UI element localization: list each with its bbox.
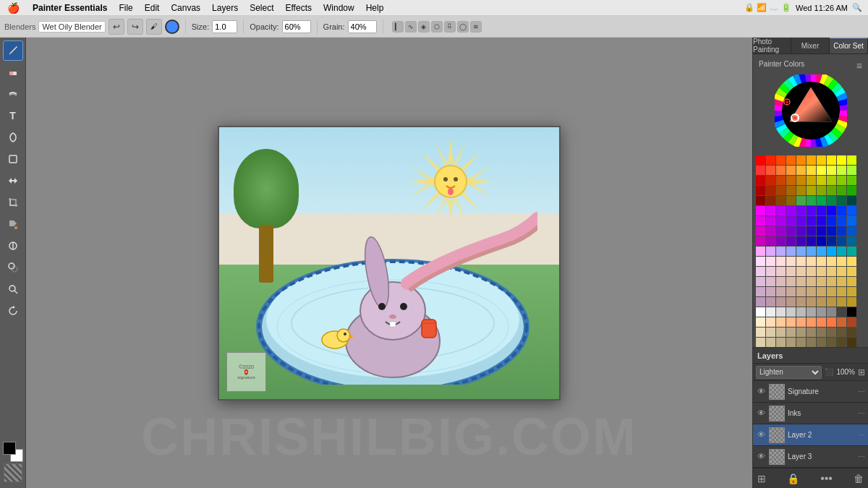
layer-visibility-inks[interactable]: 👁 xyxy=(756,408,766,419)
layer-options-icon[interactable]: ⊞ xyxy=(858,367,865,377)
swatch-12-0[interactable] xyxy=(756,277,765,286)
swatch-4-5[interactable] xyxy=(807,196,816,205)
swatch-14-5[interactable] xyxy=(807,297,816,307)
swatch-16-0[interactable] xyxy=(756,317,765,327)
swatch-16-1[interactable] xyxy=(766,317,775,327)
swatch-0-7[interactable] xyxy=(827,155,836,165)
swatch-12-3[interactable] xyxy=(786,277,796,286)
menu-effects[interactable]: Effects xyxy=(286,3,312,13)
swatch-18-7[interactable] xyxy=(827,338,836,347)
swatch-11-3[interactable] xyxy=(786,267,796,276)
crop-tool[interactable] xyxy=(3,192,23,213)
swatch-9-3[interactable] xyxy=(786,247,796,256)
layer-visibility-signature[interactable]: 👁 xyxy=(756,387,766,397)
swatch-17-3[interactable] xyxy=(786,328,796,337)
undo-button[interactable]: ↩ xyxy=(109,19,124,35)
menu-file[interactable]: File xyxy=(119,3,132,13)
swatch-9-5[interactable] xyxy=(807,247,816,256)
swatch-10-8[interactable] xyxy=(837,257,846,266)
swatch-4-7[interactable] xyxy=(827,196,836,205)
tab-mixer[interactable]: Mixer xyxy=(791,38,830,53)
swatch-0-1[interactable] xyxy=(766,155,775,165)
swatch-14-3[interactable] xyxy=(786,297,796,307)
swatch-9-0[interactable] xyxy=(756,247,765,256)
swatch-8-3[interactable] xyxy=(786,236,796,246)
swatch-6-8[interactable] xyxy=(837,216,846,226)
color-wheel[interactable] xyxy=(775,74,847,147)
swatch-8-5[interactable] xyxy=(807,236,816,246)
swatch-0-6[interactable] xyxy=(817,155,826,165)
swatch-12-6[interactable] xyxy=(817,277,826,286)
color-button[interactable] xyxy=(165,20,179,34)
swatch-18-8[interactable] xyxy=(837,338,846,347)
swatch-3-9[interactable] xyxy=(847,186,856,195)
swatch-15-7[interactable] xyxy=(827,307,836,317)
swatch-7-7[interactable] xyxy=(827,226,836,236)
swatch-9-7[interactable] xyxy=(827,247,836,256)
swatch-0-8[interactable] xyxy=(837,155,846,165)
swatch-10-2[interactable] xyxy=(776,257,786,266)
swatch-4-1[interactable] xyxy=(766,196,775,205)
swatch-15-2[interactable] xyxy=(776,307,786,317)
swatch-11-7[interactable] xyxy=(827,267,836,276)
swatch-10-0[interactable] xyxy=(756,257,765,266)
brush-settings-button[interactable]: 🖌 xyxy=(146,19,162,35)
swatch-9-4[interactable] xyxy=(796,247,806,256)
swatch-2-2[interactable] xyxy=(776,176,786,185)
swatch-3-0[interactable] xyxy=(756,186,765,195)
layer-item-layer2[interactable]: 👁 Layer 2 ⋯ xyxy=(753,424,868,446)
brush-variant-4[interactable]: ⬡ xyxy=(431,21,443,33)
swatch-18-4[interactable] xyxy=(796,338,806,347)
magnify-tool[interactable] xyxy=(3,279,23,299)
swatch-11-4[interactable] xyxy=(796,267,806,276)
swatch-2-7[interactable] xyxy=(827,176,836,185)
swatch-1-2[interactable] xyxy=(776,166,786,175)
swatch-7-9[interactable] xyxy=(847,226,856,236)
layer-more-icon[interactable]: ••• xyxy=(820,472,833,485)
swatch-17-1[interactable] xyxy=(766,328,775,337)
swatch-4-9[interactable] xyxy=(847,196,856,205)
swatch-8-2[interactable] xyxy=(776,236,786,246)
swatch-13-4[interactable] xyxy=(796,287,806,296)
primary-color-swatch[interactable] xyxy=(3,442,16,455)
swatch-2-4[interactable] xyxy=(796,176,806,185)
swatch-12-8[interactable] xyxy=(837,277,846,286)
swatch-16-5[interactable] xyxy=(807,317,816,327)
swatch-8-0[interactable] xyxy=(756,236,765,246)
swatch-15-1[interactable] xyxy=(766,307,775,317)
swatch-5-1[interactable] xyxy=(766,206,775,215)
swatch-6-5[interactable] xyxy=(807,216,816,226)
swatch-17-9[interactable] xyxy=(847,328,856,337)
swatch-0-2[interactable] xyxy=(776,155,786,165)
swatch-4-2[interactable] xyxy=(776,196,786,205)
swatch-18-6[interactable] xyxy=(817,338,826,347)
swatch-7-5[interactable] xyxy=(807,226,816,236)
clone-tool[interactable] xyxy=(3,257,23,278)
swatch-9-2[interactable] xyxy=(776,247,786,256)
tab-photo-painting[interactable]: Photo Painting xyxy=(753,38,791,53)
eraser-tool[interactable] xyxy=(3,62,23,82)
size-input[interactable] xyxy=(212,20,237,33)
swatch-14-1[interactable] xyxy=(766,297,775,307)
layer-add-group-icon[interactable]: ⊞ xyxy=(757,473,766,484)
layer-visibility-layer2[interactable]: 👁 xyxy=(756,430,766,440)
brush-variant-6[interactable]: ◯ xyxy=(457,21,469,33)
swatch-1-6[interactable] xyxy=(817,166,826,175)
swatch-14-2[interactable] xyxy=(776,297,786,307)
brush-variant-2[interactable]: ∿ xyxy=(405,21,417,33)
swatch-13-5[interactable] xyxy=(807,287,816,296)
swatch-5-4[interactable] xyxy=(796,206,806,215)
text-tool[interactable]: T xyxy=(3,106,23,126)
redo-button[interactable]: ↪ xyxy=(127,19,143,35)
swatch-7-6[interactable] xyxy=(817,226,826,236)
swatch-10-9[interactable] xyxy=(847,257,856,266)
swatch-5-7[interactable] xyxy=(827,206,836,215)
swatch-1-7[interactable] xyxy=(827,166,836,175)
menu-help[interactable]: Help xyxy=(366,3,384,13)
dodge-tool[interactable] xyxy=(3,236,23,256)
swatch-0-4[interactable] xyxy=(796,155,806,165)
swatch-2-9[interactable] xyxy=(847,176,856,185)
transform-tool[interactable] xyxy=(3,171,23,191)
swatch-4-0[interactable] xyxy=(756,196,765,205)
swatch-14-8[interactable] xyxy=(837,297,846,307)
